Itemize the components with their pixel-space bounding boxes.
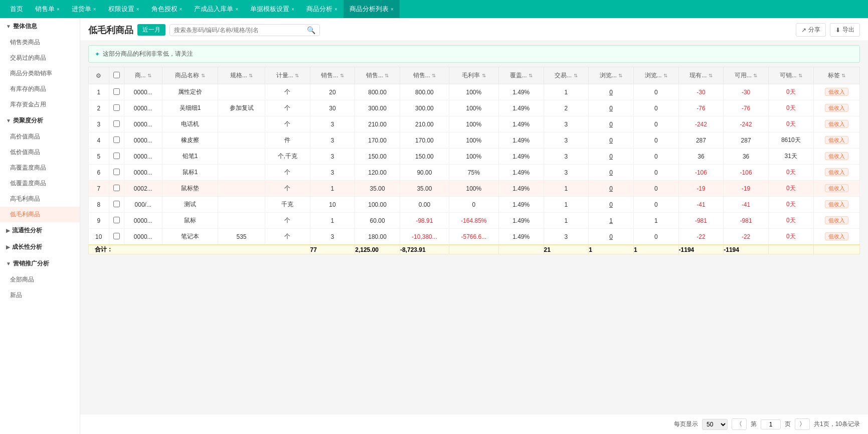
close-icon[interactable]: × [235,7,238,12]
row-tag: 低收入 [813,229,859,245]
col-sales-price[interactable]: 销售... ⇅ [355,67,400,84]
row-browse1[interactable]: 0 [589,165,634,181]
col-coverage[interactable]: 覆盖... ⇅ [498,67,544,84]
col-browse1[interactable]: 浏览... ⇅ [589,67,634,84]
sidebar-item-low-coverage[interactable]: 低覆盖度商品 [0,176,80,191]
col-current[interactable]: 现有... ⇅ [678,67,724,84]
row-browse1[interactable]: 0 [589,116,634,132]
row-browse2: 0 [633,149,678,165]
row-spec [218,197,265,213]
col-code[interactable]: 商... ⇅ [124,67,162,84]
row-checkbox[interactable] [113,233,120,239]
sidebar-item-low-value[interactable]: 低价值商品 [0,144,80,160]
nav-role-auth[interactable]: 角色授权 × [145,0,189,18]
row-checkbox[interactable] [113,169,120,175]
row-browse1[interactable]: 0 [589,132,634,149]
sidebar-item-high-margin[interactable]: 高毛利商品 [0,191,80,207]
sidebar-section-growth[interactable]: ▶ 成长性分析 [0,239,80,255]
row-checkbox[interactable] [113,120,120,127]
page-number-input[interactable] [761,419,781,429]
row-browse1[interactable]: 1 [589,213,634,229]
sidebar-item-category-rate[interactable]: 商品分类助销率 [0,66,80,81]
sidebar-item-traded-products[interactable]: 交易过的商品 [0,50,80,66]
row-checkbox[interactable] [113,104,120,111]
sidebar-section-overall[interactable]: ▼ 整体信息 [0,18,80,35]
row-sellable: 0天 [768,100,813,116]
col-checkbox[interactable] [109,67,124,84]
col-sales-qty[interactable]: 销售... ⇅ [310,67,355,84]
row-browse1[interactable]: 0 [589,181,634,197]
col-name[interactable]: 商品名称 ⇅ [162,67,218,84]
row-browse1[interactable]: 0 [589,84,634,100]
totals-tag [813,245,859,254]
col-browse2[interactable]: 浏览... ⇅ [633,67,678,84]
sidebar-section-cluster[interactable]: ▼ 类聚度分析 [0,112,80,129]
sidebar-item-low-margin[interactable]: 低毛利商品 [0,207,80,222]
nav-permission-setting[interactable]: 权限设置 × [102,0,145,18]
col-tag[interactable]: 标签 ⇅ [813,67,859,84]
row-browse1[interactable]: 0 [589,229,634,245]
sidebar-item-stock-value[interactable]: 库存资金占用 [0,97,80,112]
col-sellable[interactable]: 可销... ⇅ [768,67,813,84]
nav-product-analysis[interactable]: 商品分析 × [300,0,343,18]
sidebar-item-all-products[interactable]: 全部商品 [0,272,80,287]
sidebar-item-sales-products[interactable]: 销售类商品 [0,35,80,50]
sidebar-section-circulation[interactable]: ▶ 流通性分析 [0,222,80,239]
search-input[interactable] [174,27,307,34]
sidebar-item-new-products[interactable]: 新品 [0,287,80,303]
prev-page-button[interactable]: 〈 [732,418,747,430]
col-gross-margin[interactable]: 毛利率 ⇅ [449,67,498,84]
col-settings[interactable]: ⚙ [89,67,109,84]
next-page-button[interactable]: 〉 [795,418,810,430]
row-checkbox[interactable] [113,88,120,95]
nav-product-analysis-list[interactable]: 商品分析列表 × [343,0,400,18]
col-spec[interactable]: 规格... ⇅ [218,67,265,84]
sidebar-item-high-value[interactable]: 高价值商品 [0,129,80,144]
nav-purchase-order[interactable]: 进货单 × [66,0,102,18]
row-coverage: 1.49% [498,84,544,100]
nav-sales-order[interactable]: 销售单 × [29,0,66,18]
col-unit[interactable]: 计量... ⇅ [265,67,310,84]
filter-button[interactable]: 近一月 [137,24,165,36]
export-icon: ⬇ [835,27,840,34]
close-icon[interactable]: × [93,7,96,12]
row-code: 000/... [124,197,162,213]
row-browse1[interactable]: 0 [589,197,634,213]
row-sales-amount: 210.00 [400,116,449,132]
row-browse1[interactable]: 0 [589,149,634,165]
share-button[interactable]: ↗ 分享 [796,23,826,37]
sidebar-section-marketing[interactable]: ▼ 营销推广分析 [0,255,80,272]
row-tag: 低收入 [813,84,859,100]
nav-template-setting[interactable]: 单据模板设置 × [244,0,300,18]
close-icon[interactable]: × [334,7,337,12]
row-checkbox-cell [109,181,124,197]
row-unit: 个 [265,213,310,229]
close-icon[interactable]: × [57,7,60,12]
row-checkbox[interactable] [113,201,120,207]
close-icon[interactable]: × [180,7,183,12]
nav-home[interactable]: 首页 [4,0,29,18]
close-icon[interactable]: × [391,7,394,12]
per-page-select[interactable]: 50 100 [702,419,728,430]
nav-product-inbound[interactable]: 产成品入库单 × [188,0,244,18]
row-spec [218,132,265,149]
col-available[interactable]: 可用... ⇅ [724,67,769,84]
row-checkbox[interactable] [113,153,120,159]
export-button[interactable]: ⬇ 导出 [830,23,860,37]
row-checkbox[interactable] [113,185,120,191]
close-icon[interactable]: × [291,7,294,12]
select-all-checkbox[interactable] [113,72,120,78]
col-sales-amount[interactable]: 销售... ⇅ [400,67,449,84]
row-gross-margin: 100% [449,116,498,132]
close-icon[interactable]: × [136,7,139,12]
row-sales-price: 100.00 [355,197,400,213]
row-checkbox[interactable] [113,136,120,143]
row-settings: 7 [89,181,109,197]
sidebar-item-in-stock[interactable]: 有库存的商品 [0,81,80,97]
row-browse1[interactable]: 0 [589,100,634,116]
table-header-row: ⚙ 商... ⇅ 商品名称 ⇅ 规格... ⇅ 计量... ⇅ 销售... ⇅ … [89,67,860,84]
col-trade[interactable]: 交易... ⇅ [544,67,589,84]
row-settings: 10 [89,229,109,245]
sidebar-item-high-coverage[interactable]: 高覆盖度商品 [0,160,80,176]
row-checkbox[interactable] [113,217,120,223]
